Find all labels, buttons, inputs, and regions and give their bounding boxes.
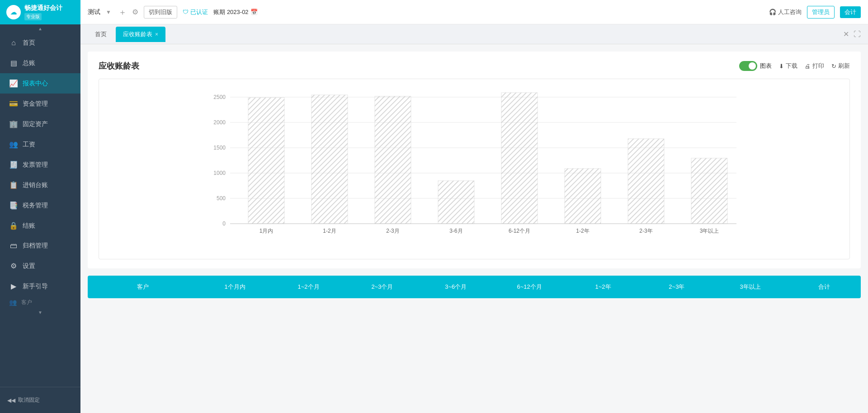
sidebar-item-label: 固定资产 [23, 120, 48, 128]
table-header: 客户 1个月内 1~2个月 2~3个月 3~6个月 6~12个月 1~2年 2~… [88, 276, 861, 298]
sidebar-item-reports[interactable]: 📈 报表中心 [0, 73, 80, 94]
shield-icon: 🛡 [183, 9, 189, 15]
certified-label: 已认证 [190, 8, 208, 16]
sidebar-item-closing[interactable]: 🔒 结账 [0, 216, 80, 236]
sidebar-item-label: 总账 [23, 59, 35, 67]
col-header-2-3y: 2~3年 [640, 276, 713, 298]
switch-old-version-button[interactable]: 切到旧版 [144, 6, 177, 19]
settings-icon: ⚙ [9, 262, 18, 270]
home-icon: ⌂ [9, 39, 18, 47]
role-button[interactable]: 会计 [840, 6, 861, 18]
tab-close-icon[interactable]: × [155, 31, 158, 38]
consult-button[interactable]: 🎧 人工咨询 [769, 8, 802, 16]
chart-toggle-label: 图表 [760, 62, 772, 70]
bar-1m [248, 98, 284, 224]
print-label: 打印 [812, 62, 824, 70]
admin-button[interactable]: 管理员 [807, 6, 835, 19]
consult-label: 人工咨询 [778, 8, 802, 16]
bar-chart: 0 500 1000 1500 2000 2500 1月内 [108, 88, 840, 242]
tabbar: 首页 应收账龄表 × ✕ ⛶ [80, 24, 868, 44]
period-label: 账期 [213, 8, 225, 16]
expand-window-icon[interactable]: ⛶ [854, 30, 861, 38]
sidebar-item-invoice[interactable]: 🧾 发票管理 [0, 155, 80, 175]
partial-icon: 👥 [9, 299, 17, 306]
sidebar-item-inventory[interactable]: 📋 进销台账 [0, 175, 80, 195]
page-header: 应收账龄表 图表 ⬇ 下载 🖨 打印 ↻ [99, 61, 850, 71]
sidebar-item-label: 进销台账 [23, 181, 48, 189]
main-content: 测试 ▼ ＋ ⚙ 切到旧版 🛡 已认证 账期 2023-02 📅 🎧 人工咨询 … [80, 0, 868, 413]
scroll-down-indicator: ▼ [0, 308, 80, 317]
page-body: 应收账龄表 图表 ⬇ 下载 🖨 打印 ↻ [80, 44, 868, 413]
sidebar-item-settings[interactable]: ⚙ 设置 [0, 256, 80, 276]
inventory-icon: 📋 [9, 181, 18, 189]
bar-1-2m [311, 95, 348, 224]
sidebar-item-salary[interactable]: 👥 工资 [0, 134, 80, 155]
logo-icon: ☁ [6, 5, 21, 19]
tax-icon: 📑 [9, 201, 18, 210]
tab-icons: ✕ ⛶ [843, 30, 861, 38]
col-header-1-2m: 1~2个月 [272, 276, 345, 298]
closing-icon: 🔒 [9, 221, 18, 230]
sidebar-item-archive[interactable]: 🗃 归档管理 [0, 236, 80, 256]
chart-toggle-area: 图表 [739, 61, 772, 71]
tab-ar-aging[interactable]: 应收账龄表 × [116, 27, 165, 42]
bar-3y-plus [691, 158, 727, 224]
sidebar-item-capital[interactable]: 💳 资金管理 [0, 94, 80, 114]
bar-2-3y [628, 139, 664, 224]
bar-6-12m [501, 93, 538, 224]
sidebar-item-home[interactable]: ⌂ 首页 [0, 33, 80, 53]
cancel-fixed-label: 取消固定 [18, 396, 40, 404]
close-window-icon[interactable]: ✕ [843, 30, 849, 38]
sidebar-bottom: ◀◀ 取消固定 [0, 387, 80, 413]
assets-icon: 🏢 [9, 120, 18, 128]
page-content-area: 应收账龄表 图表 ⬇ 下载 🖨 打印 ↻ [88, 52, 861, 268]
sidebar-item-label: 发票管理 [23, 161, 48, 169]
download-button[interactable]: ⬇ 下载 [779, 62, 797, 70]
capital-icon: 💳 [9, 99, 18, 108]
svg-text:3年以上: 3年以上 [700, 228, 719, 234]
certified-badge: 🛡 已认证 [183, 8, 208, 16]
chart-container: 0 500 1000 1500 2000 2500 1月内 [99, 79, 850, 259]
col-header-1m: 1个月内 [198, 276, 272, 298]
tab-home[interactable]: 首页 [88, 27, 114, 42]
bar-3-6m [438, 181, 474, 224]
svg-text:1月内: 1月内 [259, 228, 274, 234]
col-header-3-6m: 3~6个月 [419, 276, 493, 298]
period-value: 2023-02 [227, 9, 249, 15]
ledger-icon: ▤ [9, 59, 18, 67]
refresh-button[interactable]: ↻ 刷新 [831, 62, 850, 70]
app-logo: ☁ 畅捷通好会计 专业版 [0, 0, 80, 24]
svg-text:2-3月: 2-3月 [386, 228, 399, 234]
sidebar-item-ledger[interactable]: ▤ 总账 [0, 53, 80, 73]
project-dropdown-icon[interactable]: ▼ [106, 9, 111, 15]
sidebar-item-label: 设置 [23, 262, 35, 270]
sidebar-item-label: 结账 [23, 222, 35, 230]
settings-button[interactable]: ⚙ [132, 8, 138, 16]
svg-text:6-12个月: 6-12个月 [509, 228, 530, 234]
bar-1-2y [565, 169, 601, 224]
page-title: 应收账龄表 [99, 61, 139, 71]
calendar-icon[interactable]: 📅 [250, 9, 258, 15]
col-header-3y-plus: 3年以上 [713, 276, 787, 298]
print-button[interactable]: 🖨 打印 [805, 62, 824, 70]
svg-text:2-3年: 2-3年 [639, 228, 652, 234]
add-project-button[interactable]: ＋ [118, 7, 127, 18]
svg-text:2000: 2000 [213, 119, 226, 126]
sidebar-item-label: 资金管理 [23, 100, 48, 108]
svg-text:2500: 2500 [213, 94, 226, 100]
headset-icon: 🎧 [769, 9, 776, 15]
sidebar-item-assets[interactable]: 🏢 固定资产 [0, 114, 80, 134]
bar-2-3m [375, 96, 411, 224]
sidebar-item-label: 报表中心 [23, 80, 48, 88]
tab-home-label: 首页 [95, 30, 107, 38]
sidebar-item-tax[interactable]: 📑 税务管理 [0, 195, 80, 216]
chart-toggle[interactable] [739, 61, 757, 71]
app-name: 畅捷通好会计 [24, 4, 62, 12]
sidebar-item-guide[interactable]: ▶ 新手引导 [0, 276, 80, 296]
col-header-6-12m: 6~12个月 [493, 276, 566, 298]
svg-text:1500: 1500 [213, 145, 226, 151]
cancel-fixed-icon: ◀◀ [7, 397, 15, 404]
svg-text:500: 500 [217, 195, 226, 202]
salary-icon: 👥 [9, 140, 18, 149]
cancel-fixed-button[interactable]: ◀◀ 取消固定 [0, 392, 80, 408]
